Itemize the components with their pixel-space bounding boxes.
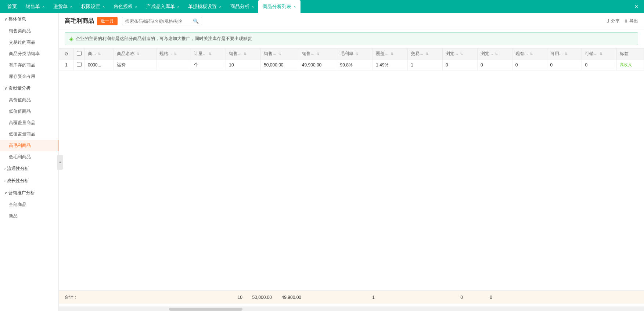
col-view2[interactable]: 浏览... ⇅ <box>477 48 512 59</box>
nav-analysis-list[interactable]: 商品分析列表 × <box>258 0 300 13</box>
col-sale-profit[interactable]: 销售... ⇅ <box>299 48 337 59</box>
col-transaction[interactable]: 交易... ⇅ <box>408 48 443 59</box>
footer-transaction: 1 <box>348 295 378 300</box>
sidebar-item-high-coverage[interactable]: 高覆盖量商品 <box>0 117 58 129</box>
cell-name: 运费 <box>114 59 156 70</box>
top-navigation: 首页 销售单 × 进货单 × 权限设置 × 角色授权 × 产成品入库单 × 单据… <box>0 0 644 13</box>
sort-transaction-icon: ⇅ <box>425 52 428 56</box>
nav-purchase[interactable]: 进货单 × <box>49 0 76 13</box>
cell-sale-amount: 50,000.00 <box>261 59 299 70</box>
nav-home[interactable]: 首页 <box>3 0 21 13</box>
sidebar-group-liquidity[interactable]: › 流通性分析 <box>0 163 58 175</box>
data-table: ⚙ 商... ⇅ 商品名称 ⇅ <box>59 48 644 70</box>
footer-values: 10 50,000.00 49,900.00 1 0 0 <box>84 295 495 300</box>
col-coverage[interactable]: 覆盖... ⇅ <box>373 48 408 59</box>
nav-role[interactable]: 角色授权 × <box>109 0 141 13</box>
cell-spec <box>156 59 191 70</box>
close-product-stock-tab[interactable]: × <box>177 0 179 13</box>
col-current-stock[interactable]: 现有... ⇅ <box>512 48 547 59</box>
col-sale-qty[interactable]: 销售... ⇅ <box>226 48 261 59</box>
sidebar-item-stock-capital[interactable]: 库存资金占用 <box>0 71 58 82</box>
close-analysis-list-tab[interactable]: × <box>294 0 296 13</box>
footer-spacer <box>84 295 216 300</box>
sort-name-icon: ⇅ <box>136 52 139 56</box>
sidebar-item-stocked-goods[interactable]: 有库存的商品 <box>0 59 58 71</box>
col-view1[interactable]: 浏览... ⇅ <box>443 48 478 59</box>
cell-checkbox[interactable] <box>74 59 85 70</box>
sidebar-item-new-goods[interactable]: 新品 <box>0 210 58 222</box>
sidebar-item-high-margin[interactable]: 高毛利商品 <box>0 140 58 151</box>
sidebar-item-low-margin[interactable]: 低毛利商品 <box>0 151 58 163</box>
search-icon[interactable]: 🔍 <box>193 18 199 24</box>
sidebar-item-sales-goods[interactable]: 销售类商品 <box>0 25 58 37</box>
nav-template[interactable]: 单据模板设置 × <box>184 0 226 13</box>
table-header-row: ⚙ 商... ⇅ 商品名称 ⇅ <box>59 48 644 59</box>
col-gross-margin[interactable]: 毛利率 ⇅ <box>337 48 373 59</box>
export-icon: ⬇ <box>624 19 628 24</box>
col-name[interactable]: 商品名称 ⇅ <box>114 48 156 59</box>
sort-available-icon: ⇅ <box>565 52 568 56</box>
sidebar-group-marketing[interactable]: ∨ 营销推广分析 <box>0 187 58 199</box>
share-button[interactable]: ⤴ 分享 <box>607 18 620 24</box>
close-analysis-tab[interactable]: × <box>252 0 254 13</box>
col-spec[interactable]: 规格... ⇅ <box>156 48 191 59</box>
table-container[interactable]: ⚙ 商... ⇅ 商品名称 ⇅ <box>59 48 644 311</box>
col-sellable[interactable]: 可销... ⇅ <box>582 48 617 59</box>
col-code[interactable]: 商... ⇅ <box>85 48 114 59</box>
cell-gross-margin: 99.8% <box>337 59 373 70</box>
close-permission-tab[interactable]: × <box>102 0 105 13</box>
info-icon: ◈ <box>69 36 73 42</box>
sidebar-item-high-value[interactable]: 高价值商品 <box>0 94 58 106</box>
nav-product-analysis[interactable]: 商品分析 × <box>226 0 258 13</box>
col-unit[interactable]: 计量... ⇅ <box>191 48 226 59</box>
close-role-tab[interactable]: × <box>135 0 137 13</box>
close-all-button[interactable]: × <box>632 3 641 10</box>
main-layout: ∨ 整体信息 销售类商品 交易过的商品 商品分类助销率 有库存的商品 库存资金占… <box>0 13 644 311</box>
cell-tag: 高收入 <box>617 59 644 70</box>
sort-spec-icon: ⇅ <box>174 52 177 56</box>
row-checkbox[interactable] <box>77 62 82 67</box>
sidebar-item-traded-goods[interactable]: 交易过的商品 <box>0 37 58 48</box>
select-all-checkbox[interactable] <box>77 51 82 56</box>
col-tag[interactable]: 标签 <box>617 48 644 59</box>
footer-bar: 合计： 10 50,000.00 49,900.00 1 0 0 <box>59 290 644 304</box>
footer-sellable: 0 <box>466 295 495 300</box>
sidebar-collapse-button[interactable]: « <box>57 155 63 170</box>
sidebar-group-overview[interactable]: ∨ 整体信息 <box>0 13 58 25</box>
info-banner: ◈ 企业的主要的利润都是这部分商品创造的，可考虑加大推广，同时关注库存是不要出现… <box>65 32 638 45</box>
close-sales-tab[interactable]: × <box>42 0 44 13</box>
cell-sellable: 0 <box>582 59 617 70</box>
cell-view1[interactable]: 0 <box>443 59 478 70</box>
content-header: 高毛利商品 近一月 🔍 ⤴ 分享 ⬇ 导出 <box>59 13 644 29</box>
nav-product-stock[interactable]: 产成品入库单 × <box>142 0 184 13</box>
sidebar-item-low-value[interactable]: 低价值商品 <box>0 106 58 117</box>
col-sale-amount[interactable]: 销售... ⇅ <box>261 48 299 59</box>
sidebar-item-low-coverage[interactable]: 低覆盖量商品 <box>0 129 58 140</box>
sidebar-group-growth[interactable]: › 成长性分析 <box>0 175 58 187</box>
period-button[interactable]: 近一月 <box>97 17 118 25</box>
horizontal-scrollbar[interactable] <box>59 307 644 311</box>
close-purchase-tab[interactable]: × <box>70 0 72 13</box>
col-checkbox[interactable] <box>74 48 85 59</box>
nav-sales[interactable]: 销售单 × <box>21 0 49 13</box>
cell-view2: 0 <box>477 59 512 70</box>
sidebar-item-all-goods[interactable]: 全部商品 <box>0 199 58 210</box>
arrow-icon-5: ∨ <box>4 191 7 195</box>
scrollbar-thumb[interactable] <box>169 308 242 311</box>
cell-index: 1 <box>59 59 74 70</box>
col-available[interactable]: 可用... ⇅ <box>547 48 582 59</box>
sidebar-group-contribution[interactable]: ∨ 贡献量分析 <box>0 82 58 94</box>
content-area: 高毛利商品 近一月 🔍 ⤴ 分享 ⬇ 导出 ◈ 企业的主要的利润都是这部分商品创… <box>59 13 644 311</box>
export-button[interactable]: ⬇ 导出 <box>624 18 638 24</box>
close-template-tab[interactable]: × <box>219 0 221 13</box>
cell-current-stock: 0 <box>512 59 547 70</box>
sidebar-item-category-rate[interactable]: 商品分类助销率 <box>0 48 58 59</box>
nav-permission[interactable]: 权限设置 × <box>77 0 109 13</box>
col-settings[interactable]: ⚙ <box>59 48 74 59</box>
search-input[interactable] <box>125 19 191 24</box>
arrow-icon-2: ∨ <box>4 86 7 90</box>
sort-margin-icon: ⇅ <box>355 52 358 56</box>
footer-view-spacer <box>378 295 436 300</box>
search-box: 🔍 <box>122 17 202 25</box>
footer-sale-amount: 50,000.00 <box>245 295 275 300</box>
